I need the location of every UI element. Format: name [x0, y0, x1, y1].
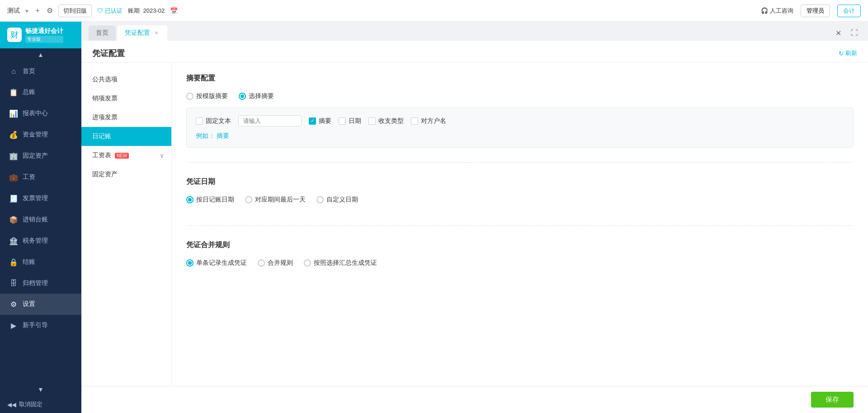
tab-home[interactable]: 首页: [89, 25, 116, 41]
sidebar-label-archive: 归档管理: [23, 279, 48, 287]
sidebar-item-ledger[interactable]: 📋 总账: [0, 82, 81, 103]
bottom-bar: 保存: [81, 386, 868, 413]
headset-icon: 🎧: [761, 7, 768, 14]
page-content: 凭证配置 ↻ 刷新 公共选项 销项发票 进项发票 日记账 工资表 NEW: [81, 41, 868, 413]
settings-nav-icon: ⚙: [9, 300, 18, 309]
invoice-icon: 🧾: [9, 194, 18, 203]
right-content: 摘要配置 按模版摘要 选择摘要: [172, 63, 868, 386]
fixed-text-input[interactable]: [238, 115, 302, 127]
sidebar-item-guide[interactable]: ▶ 新手引导: [0, 315, 81, 336]
calendar-icon[interactable]: 📅: [170, 7, 178, 14]
left-nav-purchase-invoice[interactable]: 进项发票: [81, 108, 171, 127]
sidebar-item-report[interactable]: 📊 报表中心: [0, 103, 81, 124]
sidebar-item-salary[interactable]: 💼 工资: [0, 167, 81, 188]
left-nav-sales-invoice[interactable]: 销项发票: [81, 89, 171, 108]
radio-select-summary[interactable]: 选择摘要: [239, 92, 274, 100]
main-layout: 财 畅捷通好会计 专业版 ▲ ⌂ 首页 📋 总账 📊 报表中心 💰 资金管理: [0, 22, 868, 413]
left-nav-fixed-assets[interactable]: 固定资产: [81, 165, 171, 184]
save-button[interactable]: 保存: [811, 392, 854, 408]
date-section: 凭证日期 按日记账日期 对应期间最后一天: [186, 177, 854, 226]
summary-label: 摘要: [319, 117, 331, 125]
sidebar-item-tax[interactable]: 🏦 税务管理: [0, 230, 81, 252]
sidebar-item-assets[interactable]: 🏢 固定资产: [0, 145, 81, 167]
settings-icon[interactable]: ⚙: [47, 6, 53, 15]
radio-journal-date[interactable]: 按日记账日期: [186, 196, 234, 204]
sidebar-nav: ⌂ 首页 📋 总账 📊 报表中心 💰 资金管理 🏢 固定资产 💼 工资: [0, 61, 81, 383]
closing-icon: 🔒: [9, 258, 18, 267]
workspace-dropdown-icon[interactable]: ▾: [25, 7, 28, 14]
sidebar-label-assets: 固定资产: [23, 152, 48, 160]
tab-voucher-config[interactable]: 凭证配置 ×: [118, 25, 167, 41]
sidebar-scroll-up[interactable]: ▲: [0, 48, 81, 61]
income-type-checkbox: [368, 117, 376, 125]
sidebar-item-home[interactable]: ⌂ 首页: [0, 61, 81, 82]
radio-period-last[interactable]: 对应期间最后一天: [245, 196, 306, 204]
radio-select-summary[interactable]: 按照选择汇总生成凭证: [304, 259, 377, 267]
summary-radio-group: 按模版摘要 选择摘要: [186, 92, 854, 100]
salary-icon: 💼: [9, 173, 18, 182]
top-header: 测试 ▾ ＋ ⚙ 切到旧版 🛡 已认证 账期 2023-02 📅 🎧 人工咨询 …: [0, 0, 868, 22]
tab-actions: ✕ ⛶: [832, 27, 861, 39]
shield-icon: 🛡: [97, 7, 103, 14]
left-nav-public[interactable]: 公共选项: [81, 70, 171, 89]
income-type-label: 收支类型: [378, 117, 404, 125]
radio-template-summary[interactable]: 按模版摘要: [186, 92, 228, 100]
radio-select-circle: [239, 93, 246, 100]
radio-single[interactable]: 单条记录生成凭证: [186, 259, 247, 267]
merge-radio-group: 单条记录生成凭证 合并规则 按照选择汇总生成凭证: [186, 259, 854, 267]
checkbox-counterpart[interactable]: 对方户名: [411, 117, 446, 125]
date-checkbox: [339, 117, 346, 125]
fixed-text-checkbox: [196, 117, 203, 125]
sidebar-label-invoice: 发票管理: [23, 194, 48, 202]
switch-version-button[interactable]: 切到旧版: [58, 5, 92, 17]
sidebar-scroll-down[interactable]: ▼: [0, 383, 81, 396]
sidebar-item-trade[interactable]: 📦 进销台账: [0, 209, 81, 230]
radio-select-summary-circle: [304, 259, 311, 267]
left-nav-payroll[interactable]: 工资表 NEW ∨: [81, 146, 171, 165]
sidebar: 财 畅捷通好会计 专业版 ▲ ⌂ 首页 📋 总账 📊 报表中心 💰 资金管理: [0, 22, 81, 413]
sidebar-item-invoice[interactable]: 🧾 发票管理: [0, 188, 81, 209]
fullscreen-action[interactable]: ⛶: [848, 27, 861, 39]
tab-home-label: 首页: [96, 29, 108, 37]
sidebar-label-tax: 税务管理: [23, 237, 48, 245]
tab-bar: 首页 凭证配置 × ✕ ⛶: [81, 22, 868, 41]
left-nav-journal[interactable]: 日记账: [81, 127, 171, 146]
radio-merge-rule[interactable]: 合并规则: [258, 259, 293, 267]
archive-icon: 🗄: [9, 279, 18, 287]
admin-button[interactable]: 管理员: [801, 5, 830, 17]
sidebar-label-ledger: 总账: [23, 88, 35, 96]
pin-icon: ◀◀: [7, 401, 16, 408]
checkbox-fixed-text[interactable]: 固定文本: [196, 117, 231, 125]
checkbox-date[interactable]: 日期: [339, 117, 361, 125]
add-icon[interactable]: ＋: [34, 6, 41, 15]
sidebar-logo: 财 畅捷通好会计 专业版: [0, 22, 81, 48]
tab-voucher-config-close[interactable]: ×: [153, 29, 160, 37]
refresh-button[interactable]: ↻ 刷新: [839, 49, 857, 57]
merge-section: 凭证合并规则 单条记录生成凭证 合并规则: [186, 240, 854, 289]
summary-checkbox: [309, 117, 316, 125]
sidebar-item-closing[interactable]: 🔒 结账: [0, 252, 81, 273]
date-label: 日期: [349, 117, 361, 125]
period-label: 账期 2023-02: [128, 7, 165, 15]
sidebar-item-archive[interactable]: 🗄 归档管理: [0, 273, 81, 294]
sidebar-label-settings: 设置: [23, 300, 35, 308]
sidebar-item-capital[interactable]: 💰 资金管理: [0, 124, 81, 145]
merge-section-title: 凭证合并规则: [186, 240, 854, 250]
radio-custom-date[interactable]: 自定义日期: [316, 196, 358, 204]
accountant-button[interactable]: 会计: [837, 5, 861, 17]
summary-section-title: 摘要配置: [186, 74, 854, 83]
workspace-name: 测试: [7, 7, 20, 15]
consult-button[interactable]: 🎧 人工咨询: [761, 7, 793, 15]
sidebar-label-capital: 资金管理: [23, 131, 48, 139]
date-section-title: 凭证日期: [186, 177, 854, 187]
inner-layout: 公共选项 销项发票 进项发票 日记账 工资表 NEW ∨ 固定资产 摘要配置: [81, 63, 868, 386]
radio-period-last-circle: [245, 196, 252, 203]
checkbox-summary[interactable]: 摘要: [309, 117, 331, 125]
radio-single-circle: [186, 259, 193, 267]
logo-icon: 财: [7, 28, 22, 42]
header-right: 🎧 人工咨询 管理员 会计: [761, 5, 861, 17]
cancel-fixed-button[interactable]: ◀◀ 取消固定: [0, 396, 81, 413]
close-tab-action[interactable]: ✕: [832, 27, 844, 39]
checkbox-income-type[interactable]: 收支类型: [368, 117, 404, 125]
sidebar-item-settings[interactable]: ⚙ 设置: [0, 294, 81, 315]
